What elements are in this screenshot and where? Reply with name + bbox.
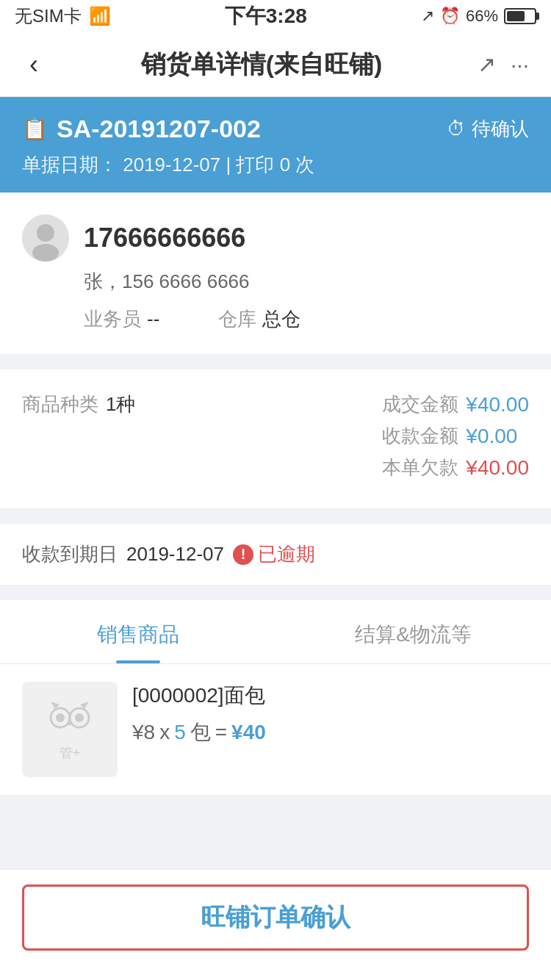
equals-sign: = [215, 721, 227, 744]
location-icon: ↗ [421, 7, 434, 26]
customer-name: 张，156 6666 6666 [84, 269, 529, 295]
order-date: 单据日期： 2019-12-07 | 打印 0 次 [22, 152, 529, 178]
product-list: 管+ [0000002]面包 ¥8 x 5 包 = ¥40 [0, 664, 551, 795]
owed-amount: ¥40.00 [466, 456, 529, 480]
carrier-label: 无SIM卡 [15, 4, 82, 28]
transaction-amount: ¥40.00 [466, 393, 529, 417]
product-info: [0000002]面包 ¥8 x 5 包 = ¥40 [132, 682, 529, 746]
share-icon[interactable]: ↗ [478, 51, 496, 77]
alarm-icon: ⏰ [440, 7, 460, 26]
tabs-section: 销售商品 结算&物流等 [0, 600, 551, 795]
total-price: ¥40 [231, 721, 266, 744]
customer-section: 17666666666 张，156 6666 6666 业务员 -- 仓库 总仓 [0, 192, 551, 355]
time-label: 下午3:28 [225, 2, 307, 30]
brand-watermark: 管+ [60, 744, 81, 762]
status-bar: 无SIM卡 📶 下午3:28 ↗ ⏰ 66% [0, 0, 551, 32]
confirm-order-button[interactable]: 旺铺订单确认 [22, 884, 529, 951]
overdue-icon: ! [233, 544, 253, 565]
unit-price: ¥8 [132, 721, 155, 744]
info-left: 商品种类 1种 [22, 392, 135, 425]
svg-point-1 [37, 224, 54, 242]
product-thumbnail: 管+ [22, 682, 118, 777]
customer-meta: 业务员 -- 仓库 总仓 [84, 306, 529, 332]
tabs-header: 销售商品 结算&物流等 [0, 600, 551, 664]
more-icon[interactable]: ··· [511, 52, 529, 77]
overdue-badge: ! 已逾期 [233, 541, 315, 567]
owed-amount-label: 本单欠款 [382, 455, 458, 480]
svg-point-2 [32, 244, 59, 262]
tab-products[interactable]: 销售商品 [0, 600, 276, 663]
product-type-value: 1种 [106, 392, 135, 417]
due-date-value: 2019-12-07 [126, 543, 224, 566]
nav-bar: ‹ 销货单详情(来自旺铺) ↗ ··· [0, 32, 551, 97]
order-number: 📋 SA-20191207-002 [22, 115, 261, 143]
quantity: 5 [174, 721, 186, 744]
customer-phone: 17666666666 [84, 223, 245, 253]
sales-label: 业务员 [84, 306, 141, 332]
overdue-text: 已逾期 [258, 541, 315, 567]
transaction-amount-label: 成交金额 [382, 392, 458, 417]
svg-point-6 [75, 713, 84, 722]
back-button[interactable]: ‹ [22, 42, 46, 87]
bottom-bar: 旺铺订单确认 [0, 869, 551, 980]
clock-icon: ⏱ [447, 118, 466, 140]
tab-settlement[interactable]: 结算&物流等 [276, 600, 551, 663]
product-name: [0000002]面包 [132, 682, 529, 710]
nav-actions: ↗ ··· [478, 51, 529, 77]
due-date-section: 收款到期日 2019-12-07 ! 已逾期 [0, 524, 551, 586]
product-price: ¥8 x 5 包 = ¥40 [132, 718, 529, 746]
order-banner: 📋 SA-20191207-002 ⏱ 待确认 单据日期： 2019-12-07… [0, 97, 551, 192]
avatar [22, 215, 69, 262]
sales-value: -- [147, 308, 159, 331]
page-title: 销货单详情(来自旺铺) [141, 48, 383, 82]
product-item: 管+ [0000002]面包 ¥8 x 5 包 = ¥40 [22, 682, 529, 777]
battery-icon [504, 8, 536, 24]
warehouse-label: 仓库 [218, 306, 256, 332]
warehouse-value: 总仓 [262, 306, 300, 332]
order-info-section: 商品种类 1种 成交金额 ¥40.00 收款金额 ¥0.00 本单欠款 ¥40.… [0, 370, 551, 509]
info-right: 成交金额 ¥40.00 收款金额 ¥0.00 本单欠款 ¥40.00 [382, 392, 529, 486]
due-date-label: 收款到期日 [22, 541, 118, 567]
order-icon: 📋 [22, 117, 48, 141]
product-type-label: 商品种类 [22, 392, 98, 417]
status-left: 无SIM卡 📶 [15, 4, 111, 28]
received-amount: ¥0.00 [466, 425, 517, 448]
wifi-icon: 📶 [89, 6, 111, 26]
svg-point-5 [56, 713, 65, 722]
multiply-sign: x [159, 721, 170, 744]
received-amount-label: 收款金额 [382, 423, 458, 449]
status-right: ↗ ⏰ 66% [421, 7, 536, 26]
order-status: ⏱ 待确认 [447, 116, 529, 142]
battery-percent: 66% [466, 7, 498, 26]
